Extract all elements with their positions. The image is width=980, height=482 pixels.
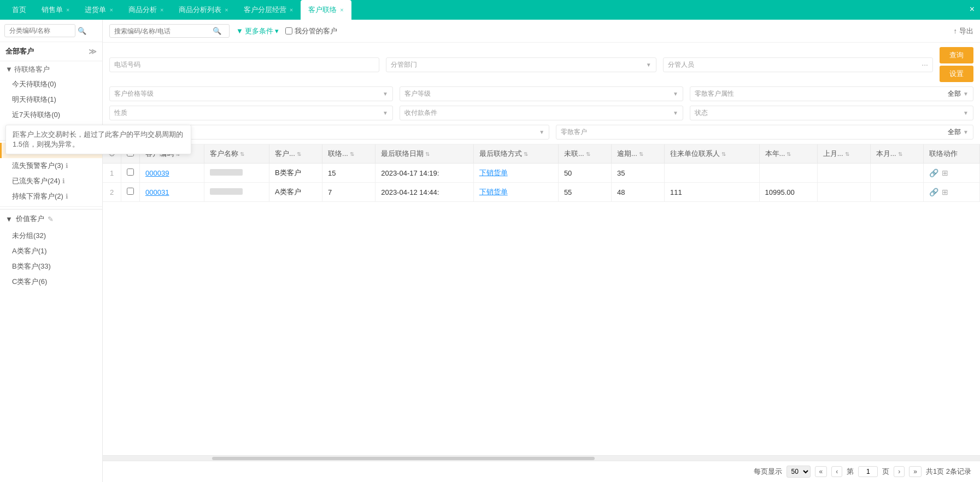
dept-filter[interactable]: 分管部门 ▼: [386, 57, 656, 72]
sidebar-item-already-lost[interactable]: 已流失客户(24) ℹ: [0, 173, 102, 189]
sidebar-item-b-class[interactable]: B类客户(33): [0, 259, 102, 274]
close-purchase-tab-icon[interactable]: ×: [109, 7, 113, 13]
sidebar-item-tomorrow[interactable]: 明天待联络(1): [0, 92, 102, 107]
horizontal-scrollbar[interactable]: [103, 455, 980, 461]
query-button[interactable]: 查询: [940, 47, 973, 63]
first-page-button[interactable]: «: [815, 466, 828, 477]
row1-contact-count: 15: [322, 164, 375, 183]
tab-customer-contact[interactable]: 客户联络 ×: [301, 0, 351, 20]
main-search-input[interactable]: [114, 27, 213, 35]
tooltip-text: 距客户上次交易时长，超过了此客户的平均交易周期的1.5倍，则视为异常。: [13, 130, 183, 148]
more-conditions-button[interactable]: ▼ 更多条件 ▾: [236, 26, 279, 36]
row2-grid-icon[interactable]: ⊞: [942, 188, 948, 196]
row2-name-blurred: [210, 188, 243, 195]
sidebar-search-icon[interactable]: 🔍: [78, 27, 86, 35]
th-customer-type[interactable]: 客户...⇅: [269, 144, 322, 164]
phone-filter[interactable]: 电话号码: [109, 57, 379, 72]
sidebar-item-declining[interactable]: 持续下滑客户(2) ℹ: [0, 189, 102, 204]
value-customer-edit-icon[interactable]: ✎: [48, 215, 54, 223]
th-last-contact-method[interactable]: 最后联络方式⇅: [473, 144, 558, 164]
sidebar-item-lost-warning[interactable]: 流失预警客户(3) ℹ: [0, 158, 102, 173]
row2-last-contact-method[interactable]: 下销货单: [473, 183, 558, 202]
row2-checkbox-cell[interactable]: [121, 183, 140, 202]
export-icon: ↑: [954, 27, 958, 35]
prev-page-button[interactable]: ‹: [831, 466, 842, 477]
row1-grid-icon[interactable]: ⊞: [942, 169, 948, 177]
th-overdue[interactable]: 逾期...⇅: [611, 144, 664, 164]
th-last-contact-date[interactable]: 最后联络日期⇅: [375, 144, 474, 164]
customer-level-filter[interactable]: 客户等级 ▼: [400, 86, 683, 101]
th-last-month[interactable]: 上月...⇅: [817, 144, 870, 164]
price-level-label: 客户价格等级: [114, 89, 383, 98]
nature-filter[interactable]: 性质 ▼: [109, 106, 393, 120]
tab-purchase[interactable]: 进货单 ×: [77, 0, 120, 20]
th-this-month[interactable]: 本月...⇅: [870, 144, 923, 164]
my-customers-checkbox[interactable]: [285, 27, 292, 34]
row2-code[interactable]: 000031: [140, 183, 204, 202]
year-sort-icon[interactable]: ⇅: [787, 151, 791, 157]
retail-attr-filter[interactable]: 零散客户属性 全部 ▼: [690, 86, 973, 101]
date-sort-icon[interactable]: ⇅: [425, 151, 430, 157]
row2-this-year: 10995.00: [759, 183, 817, 202]
sidebar-search-input[interactable]: [4, 24, 75, 37]
th-unreachable[interactable]: 未联...⇅: [558, 144, 611, 164]
pending-contact-section[interactable]: ▼ 待联络客户: [0, 61, 102, 77]
row1-link-icon[interactable]: 🔗: [929, 169, 938, 177]
main-search-box[interactable]: 🔍: [109, 24, 230, 38]
export-button[interactable]: ↑ 导出: [954, 26, 974, 36]
retail-customer-filter[interactable]: 零散客户 全部 ▼: [556, 125, 973, 140]
status-filter[interactable]: 状态 ▼: [690, 106, 973, 120]
next-page-button[interactable]: ›: [894, 466, 905, 477]
row2-link-icon[interactable]: 🔗: [929, 188, 938, 196]
page-size-select[interactable]: 50: [787, 466, 811, 478]
close-sales-tab-icon[interactable]: ×: [66, 7, 69, 13]
main-search-icon[interactable]: 🔍: [213, 27, 221, 35]
sidebar-item-ungrouped[interactable]: 未分组(32): [0, 228, 102, 243]
my-customers-checkbox-label[interactable]: 我分管的客户: [285, 26, 337, 36]
tab-sales[interactable]: 销售单 ×: [34, 0, 77, 20]
th-contacts[interactable]: 往来单位联系人⇅: [665, 144, 760, 164]
tab-product-analysis-list[interactable]: 商品分析列表 ×: [171, 0, 236, 20]
overdue-sort-icon[interactable]: ⇅: [639, 151, 643, 157]
contacts-sort-icon[interactable]: ⇅: [721, 151, 726, 157]
th-contact-count[interactable]: 联络...⇅: [322, 144, 375, 164]
person-filter-dots[interactable]: ···: [919, 60, 928, 69]
tab-customer-stratify[interactable]: 客户分层经营 ×: [236, 0, 301, 20]
row1-customer-type: B类客户: [269, 164, 322, 183]
row1-checkbox-cell[interactable]: [121, 164, 140, 183]
person-filter[interactable]: 分管人员 ···: [663, 57, 933, 72]
contact-sort-icon[interactable]: ⇅: [350, 151, 354, 157]
retail-customer-arrow: ▼: [963, 129, 969, 135]
sidebar-item-c-class[interactable]: C类客户(6): [0, 274, 102, 289]
window-close-button[interactable]: ×: [970, 4, 975, 14]
payment-filter[interactable]: 收付款条件 ▼: [400, 106, 683, 120]
tab-home[interactable]: 首页: [4, 0, 34, 20]
name-sort-icon[interactable]: ⇅: [240, 151, 244, 157]
row2-last-month: [817, 183, 870, 202]
close-product-list-tab-icon[interactable]: ×: [225, 7, 228, 13]
last-page-button[interactable]: »: [909, 466, 922, 477]
method-sort-icon[interactable]: ⇅: [524, 151, 528, 157]
sidebar-toggle-icon[interactable]: ≫: [89, 47, 97, 56]
settings-button[interactable]: 设置: [940, 66, 973, 82]
tab-product-analysis[interactable]: 商品分析 ×: [121, 0, 171, 20]
sidebar-item-7days[interactable]: 近7天待联络(0): [0, 107, 102, 123]
tmonth-sort-icon[interactable]: ⇅: [898, 151, 902, 157]
th-name[interactable]: 客户名称⇅: [204, 144, 269, 164]
row1-code[interactable]: 000039: [140, 164, 204, 183]
sidebar-item-today[interactable]: 今天待联络(0): [0, 77, 102, 92]
lmonth-sort-icon[interactable]: ⇅: [845, 151, 849, 157]
row2-checkbox[interactable]: [127, 188, 134, 195]
type-sort-icon[interactable]: ⇅: [297, 151, 301, 157]
close-contact-tab-icon[interactable]: ×: [340, 7, 343, 13]
row1-last-contact-method[interactable]: 下销货单: [473, 164, 558, 183]
page-number-input[interactable]: [858, 466, 878, 477]
customer-type-filter[interactable]: 客户类型 ▼: [132, 125, 549, 140]
price-level-filter[interactable]: 客户价格等级 ▼: [109, 86, 393, 101]
sidebar-item-a-class[interactable]: A类客户(1): [0, 243, 102, 259]
close-stratify-tab-icon[interactable]: ×: [290, 7, 293, 13]
unreachable-sort-icon[interactable]: ⇅: [586, 151, 590, 157]
row1-checkbox[interactable]: [127, 169, 134, 176]
close-product-analysis-tab-icon[interactable]: ×: [160, 7, 163, 13]
th-this-year[interactable]: 本年...⇅: [759, 144, 817, 164]
